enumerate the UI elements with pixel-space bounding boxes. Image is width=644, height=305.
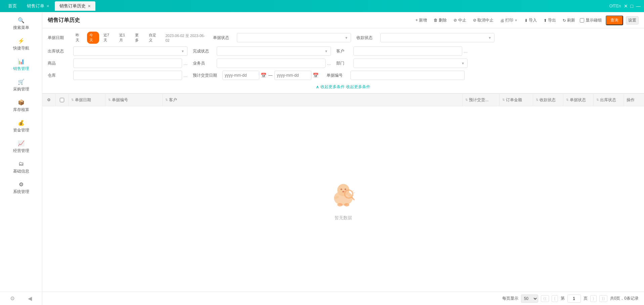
display-cols-check[interactable]: 显示碰细 [580, 17, 602, 23]
tab-sales-order[interactable]: 销售订单 ✕ [22, 1, 54, 11]
sidebar-item-purchase-mgmt[interactable]: 🛒 采购管理 [0, 75, 42, 96]
svg-point-2 [340, 188, 342, 190]
topbar-expand-icon[interactable]: □ [631, 3, 633, 9]
customer-ellipsis[interactable]: ... [464, 48, 468, 54]
sort-icon-doc-date: ⇅ [71, 98, 74, 102]
tab-sales-order-history[interactable]: 销售订单历史 ✕ [55, 1, 95, 11]
goods-ellipsis[interactable]: ... [183, 61, 187, 66]
salesperson-input[interactable] [217, 59, 326, 68]
delivery-date-label: 预计交货日期 [193, 73, 217, 78]
th-docstatus[interactable]: ⇅ 单据状态 [563, 94, 594, 106]
per-page-select[interactable]: 50 10 20 100 [521, 295, 538, 303]
th-doc-no[interactable]: ⇅ 单据编号 [105, 94, 163, 106]
tab-sales-order-history-close[interactable]: ✕ [88, 4, 91, 8]
th-gear[interactable]: ⚙ [42, 94, 56, 106]
date-btn-1month[interactable]: 近1月 [117, 32, 131, 44]
sidebar-settings-btn[interactable]: ⚙ [10, 295, 15, 302]
th-customer[interactable]: ⇅ 客户 [163, 94, 463, 106]
table-header: ⚙ ⇅ 单据日期 ⇅ 单据编号 ⇅ 客户 ⇅ [42, 93, 644, 106]
warehouse-ellipsis[interactable]: ... [183, 73, 187, 78]
cancel-stop-btn[interactable]: ⊘ 取消中止 [471, 16, 496, 24]
th-doc-date[interactable]: ⇅ 单据日期 [69, 94, 105, 106]
page-label-suffix: 页 [584, 296, 588, 301]
new-btn[interactable]: + 新增 [414, 16, 429, 24]
sidebar-item-master-data[interactable]: 🗂 基础信息 [0, 157, 42, 178]
delivery-date-group: 📅 — 📅 [222, 71, 318, 80]
next-page-btn[interactable]: ⟩ [590, 295, 597, 302]
query-btn[interactable]: 查询 [606, 15, 623, 25]
receipt-status-select[interactable]: ▼ [380, 33, 495, 42]
first-page-btn[interactable]: ⟨⟨ [541, 295, 549, 302]
select-all-checkbox[interactable] [60, 98, 64, 102]
goods-label: 商品 [48, 61, 68, 66]
refresh-btn[interactable]: ↻ 刷新 [561, 16, 577, 24]
customer-input[interactable] [353, 46, 462, 56]
print-btn[interactable]: 🖨 查询 打印 ▼ [498, 16, 520, 24]
out-status-select[interactable]: ▼ [73, 46, 187, 56]
date-btn-7days[interactable]: 近7天 [101, 32, 115, 44]
sidebar-collapse-btn[interactable]: ◀ [28, 295, 32, 302]
topbar-close-icon[interactable]: ✕ [624, 3, 628, 9]
sidebar: 🔍 搜索菜单 ⚡ 快捷导航 📊 销售管理 🛒 采购管理 📦 库存核算 💰 资金管… [0, 12, 42, 305]
tab-sales-order-close[interactable]: ✕ [46, 4, 49, 8]
salesperson-label: 业务员 [193, 61, 211, 66]
export-btn[interactable]: ⬆ 导出 [542, 16, 558, 24]
import-btn[interactable]: ⬇ 导入 [522, 16, 539, 24]
sidebar-item-finance[interactable]: 💰 资金管理 [0, 116, 42, 137]
sidebar-item-inventory[interactable]: 📦 库存核算 [0, 96, 42, 116]
sort-icon-amount: ⇅ [502, 98, 505, 102]
filter-area: 单据日期 昨天 今天 近7天 近1月 更多 自定义 2023-06-02 至 2… [42, 28, 644, 93]
filter-row-1: 单据日期 昨天 今天 近7天 近1月 更多 自定义 2023-06-02 至 2… [48, 32, 639, 44]
delivery-date-to[interactable] [274, 71, 311, 80]
last-page-btn[interactable]: ⟩⟩ [599, 295, 607, 302]
warehouse-input[interactable] [73, 71, 182, 80]
top-bar: 首页 销售订单 ✕ 销售订单历史 ✕ OfTEn ✕ □ — [0, 0, 644, 12]
tab-home[interactable]: 首页 [3, 1, 22, 11]
sidebar-item-sales-mgmt[interactable]: 📊 销售管理 [0, 54, 42, 75]
filter-row-4: 仓库 ... 预计交货日期 📅 — 📅 单据编号 [48, 71, 639, 80]
receipt-status-arrow: ▼ [488, 36, 491, 40]
th-delivery[interactable]: ⇅ 预计交货... [463, 94, 500, 106]
doc-status-select[interactable]: ▼ [237, 33, 351, 42]
salesperson-ellipsis[interactable]: ... [327, 61, 331, 66]
collapse-more-btn[interactable]: ∧ ∧ 收起更多条件 收起更多条件 [48, 83, 639, 90]
date-dash: — [268, 73, 273, 78]
sidebar-item-sys-mgmt[interactable]: ⚙ 系统管理 [0, 178, 42, 198]
doc-date-label: 单据日期 [48, 35, 68, 41]
sidebar-item-quick-nav[interactable]: ⚡ 快捷导航 [0, 34, 42, 54]
finance-icon: 💰 [18, 119, 25, 126]
delivery-date-from[interactable] [222, 71, 259, 80]
stop-btn[interactable]: ⊘ 中止 [452, 16, 468, 24]
prev-page-btn[interactable]: ⟨ [552, 295, 558, 302]
often-label: OfTEn [609, 4, 621, 8]
topbar-minimize-icon[interactable]: — [636, 3, 641, 9]
sidebar-item-operations[interactable]: 📈 经营管理 [0, 137, 42, 157]
display-cols-checkbox[interactable] [580, 18, 584, 23]
complete-status-select[interactable]: ▼ [217, 46, 331, 56]
th-receipt[interactable]: ⇅ 收款状态 [533, 94, 563, 106]
th-checkbox[interactable] [56, 94, 69, 106]
date-btn-more[interactable]: 更多 [133, 32, 144, 44]
content-area: 销售订单历史 + 新增 🗑 删除 ⊘ 中止 ⊘ 取消中止 🖨 查询 打印 ▼ ⬇… [42, 12, 644, 305]
goods-input[interactable] [73, 59, 182, 68]
date-btn-yesterday[interactable]: 昨天 [73, 32, 85, 44]
date-btn-today[interactable]: 今天 [87, 32, 99, 44]
th-action: 操作 [624, 94, 644, 106]
top-bar-right: OfTEn ✕ □ — [609, 3, 641, 9]
page-number-input[interactable] [567, 295, 581, 303]
sort-icon-doc-no: ⇅ [108, 98, 111, 102]
th-outstatus[interactable]: ⇅ 出库状态 [594, 94, 624, 106]
sidebar-item-search-menu[interactable]: 🔍 搜索菜单 [0, 13, 42, 34]
department-select[interactable]: ▼ [353, 59, 468, 68]
sys-mgmt-icon: ⚙ [18, 181, 25, 188]
th-amount[interactable]: ⇅ 订单金额 [500, 94, 533, 106]
settings-filter-btn[interactable]: 设置 [626, 16, 639, 25]
doc-no-input[interactable] [350, 71, 465, 80]
svg-line-11 [352, 191, 353, 192]
delete-btn[interactable]: 🗑 删除 [432, 16, 449, 24]
calendar-from-icon[interactable]: 📅 [261, 73, 266, 78]
total-records-label: 共0页，0条记录 [610, 296, 639, 301]
calendar-to-icon[interactable]: 📅 [313, 73, 318, 78]
operations-icon: 📈 [18, 140, 25, 147]
date-btn-custom[interactable]: 自定义 [146, 32, 162, 44]
